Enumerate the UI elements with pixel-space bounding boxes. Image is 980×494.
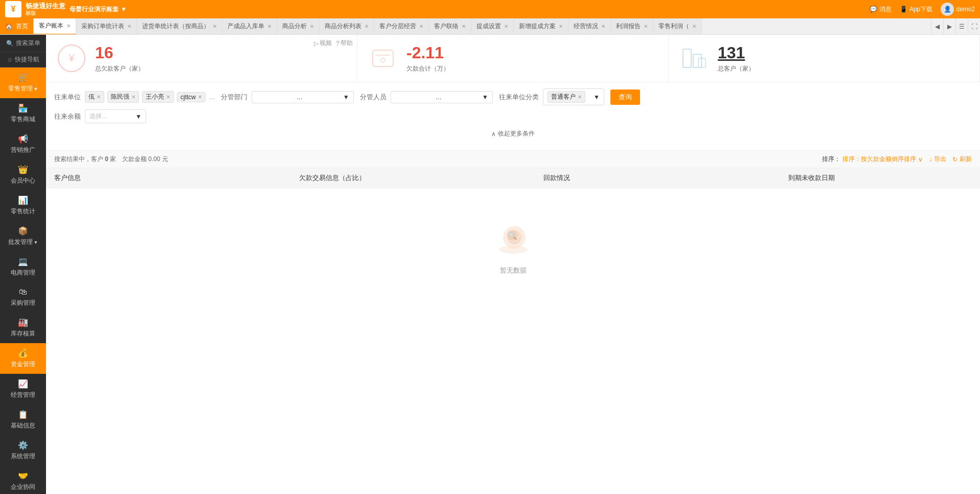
- tab-profit-report-close[interactable]: ✕: [644, 24, 648, 29]
- export-btn[interactable]: ↓ 导出: [929, 155, 946, 164]
- sidebar-item-wholesale-mgmt[interactable]: 📦 批发管理 ▼: [0, 221, 46, 252]
- message-label: 消息: [879, 5, 892, 14]
- filter-tag-unit-wa-close[interactable]: ✕: [97, 94, 101, 100]
- filter-dept-select[interactable]: … ▼: [252, 91, 354, 103]
- sidebar-enterprise-collab-icon: 🤝: [18, 471, 28, 481]
- tab-stock-stat[interactable]: 进货单统计表（按商品） ✕: [137, 18, 222, 35]
- tab-menu[interactable]: ☰: [955, 18, 968, 35]
- tab-business-status-close[interactable]: ✕: [601, 24, 605, 29]
- filter-tag-unit-wang[interactable]: 王小亮 ✕: [142, 91, 174, 103]
- filter-person-more[interactable]: …: [436, 94, 442, 101]
- sidebar-search[interactable]: 🔍 搜索菜单: [0, 35, 46, 52]
- tab-retail-profit-close[interactable]: ✕: [692, 24, 696, 29]
- tab-scroll-right[interactable]: ▶: [943, 18, 955, 35]
- query-button[interactable]: 查询: [610, 89, 640, 105]
- message-btn[interactable]: 💬 消息: [870, 5, 892, 14]
- stat-label-credit-customers: 总欠款客户（家）: [95, 64, 144, 73]
- tab-product-analysis-close[interactable]: ✕: [310, 24, 314, 29]
- filter-dept-more[interactable]: …: [297, 94, 303, 101]
- tab-raise-settings-close[interactable]: ✕: [504, 24, 508, 29]
- tab-scroll-left[interactable]: ◀: [931, 18, 943, 35]
- sidebar-retail-stats-label: 零售统计: [11, 207, 35, 216]
- app-download-label: App下载: [909, 5, 932, 14]
- sidebar-item-basics[interactable]: 📋 基础信息: [0, 405, 46, 435]
- tab-new-raise[interactable]: 新增提成方案 ✕: [514, 18, 568, 35]
- star-icon: ☆: [7, 56, 13, 63]
- filter-tag-category-normal-close[interactable]: ✕: [578, 94, 582, 100]
- sidebar-item-enterprise-collab[interactable]: 🤝 企业协同: [0, 466, 46, 494]
- filter-person-select[interactable]: … ▼: [391, 91, 493, 103]
- sidebar-item-system[interactable]: ⚙️ 系统管理: [0, 435, 46, 466]
- tab-product-analysis-list-close[interactable]: ✕: [364, 24, 369, 29]
- tab-customer-contact[interactable]: 客户联络 ✕: [429, 18, 471, 35]
- filter-unit-category-arrow: ▼: [594, 94, 600, 101]
- tab-purchase-orders[interactable]: 采购订单统计表 ✕: [76, 18, 137, 35]
- sort-select[interactable]: 排序： 排序：按欠款金额倒序排序 ∨: [822, 155, 923, 164]
- tab-home[interactable]: 🏠 首页: [0, 18, 34, 35]
- sidebar-item-marketing[interactable]: 📢 营销推广: [0, 129, 46, 160]
- filter-tag-unit-chen[interactable]: 陈民强 ✕: [107, 91, 139, 103]
- tab-purchase-orders-close[interactable]: ✕: [127, 24, 131, 29]
- filter-tag-unit-wang-close[interactable]: ✕: [166, 94, 170, 100]
- collapse-button[interactable]: ∧ 收起更多条件: [485, 127, 541, 140]
- tab-retail-profit[interactable]: 零售利润（ ✕: [653, 18, 702, 35]
- sidebar-item-inventory[interactable]: 🏭 库存核算: [0, 312, 46, 343]
- tab-customer-segment[interactable]: 客户分层经营 ✕: [374, 18, 429, 35]
- sidebar-item-finance[interactable]: 💰 资金管理: [0, 343, 46, 374]
- user-menu[interactable]: 👤 demo2: [941, 3, 975, 16]
- filter-section-balance: 往来余额 选择... ▼: [54, 109, 146, 123]
- tab-customers-close[interactable]: ✕: [66, 23, 71, 29]
- filter-unit-more[interactable]: …: [209, 94, 215, 101]
- tab-customer-segment-close[interactable]: ✕: [419, 24, 423, 29]
- tab-customer-contact-close[interactable]: ✕: [462, 24, 466, 29]
- filter-unit-category-select[interactable]: 普通客户 ✕ ▼: [543, 88, 604, 105]
- main-layout: 🔍 搜索菜单 ☆ 快捷导航 🛒 零售管理 ▼ 🏪 零售商城 📢 营销推广 👑 会…: [0, 35, 980, 494]
- credit-customers-icon: ¥: [56, 43, 87, 74]
- table-col-credit: 欠款交易信息（占比）: [299, 173, 544, 183]
- sidebar-item-purchase-mgmt[interactable]: 🛍 采购管理: [0, 282, 46, 312]
- sidebar-quick-nav[interactable]: ☆ 快捷导航: [0, 52, 46, 68]
- filter-tag-category-normal[interactable]: 普通客户 ✕: [548, 91, 585, 103]
- filter-tag-unit-chen-close[interactable]: ✕: [131, 94, 135, 100]
- filter-unit-label: 往来单位: [54, 93, 81, 102]
- table-col-customer: 客户信息: [54, 173, 299, 183]
- sidebar-item-retail-mall[interactable]: 🏪 零售商城: [0, 98, 46, 129]
- stat-card-video-help: ▷ 视频 ? 帮助: [314, 39, 353, 48]
- filter-balance-select[interactable]: 选择... ▼: [85, 109, 146, 123]
- workspace-selector[interactable]: 母婴行业演示账套 ▼: [70, 5, 127, 14]
- sidebar: 🔍 搜索菜单 ☆ 快捷导航 🛒 零售管理 ▼ 🏪 零售商城 📢 营销推广 👑 会…: [0, 35, 46, 494]
- sidebar-item-operations[interactable]: 📈 经营管理: [0, 374, 46, 405]
- tab-product-analysis-list[interactable]: 商品分析列表 ✕: [320, 18, 374, 35]
- filter-tag-unit-wa[interactable]: 佤 ✕: [85, 91, 104, 103]
- filter-tag-unit-cjttcw[interactable]: cjttcw ✕: [177, 92, 206, 102]
- sidebar-system-icon: ⚙️: [18, 440, 28, 450]
- tab-production-in[interactable]: 产成品入库单 ✕: [222, 18, 277, 35]
- sidebar-finance-icon: 💰: [18, 348, 28, 358]
- tab-fullscreen[interactable]: ⛶: [968, 18, 980, 35]
- app-download-btn[interactable]: 📱 App下载: [900, 5, 932, 14]
- sidebar-item-ecommerce[interactable]: 💻 电商管理: [0, 252, 46, 282]
- filter-balance-placeholder: 选择...: [89, 112, 107, 121]
- tab-new-raise-close[interactable]: ✕: [559, 24, 563, 29]
- tab-customers[interactable]: 客户账本 ✕: [34, 18, 76, 35]
- sidebar-item-retail-stats[interactable]: 📊 零售统计: [0, 190, 46, 221]
- tab-profit-report[interactable]: 利润报告 ✕: [611, 18, 653, 35]
- tab-raise-settings[interactable]: 提成设置 ✕: [471, 18, 514, 35]
- stat-value-credit-amount: -2.11: [406, 43, 449, 62]
- sidebar-membership-icon: 👑: [18, 165, 28, 174]
- tab-customer-segment-label: 客户分层经营: [379, 22, 416, 31]
- filter-tag-unit-cjttcw-close[interactable]: ✕: [198, 94, 202, 100]
- tab-stock-stat-close[interactable]: ✕: [213, 24, 217, 29]
- tab-business-status[interactable]: 经营情况 ✕: [568, 18, 611, 35]
- filter-unit-tags: 佤 ✕ 陈民强 ✕ 王小亮 ✕ cjttcw ✕: [85, 91, 215, 103]
- header-left: ¥ 畅捷通好生意 标版 母婴行业演示账套 ▼: [5, 1, 127, 17]
- tab-production-in-close[interactable]: ✕: [267, 24, 271, 29]
- video-btn[interactable]: ▷ 视频: [314, 39, 332, 48]
- help-btn[interactable]: ? 帮助: [336, 39, 353, 48]
- refresh-btn[interactable]: ↻ 刷新: [952, 155, 972, 164]
- sidebar-item-membership[interactable]: 👑 会员中心: [0, 160, 46, 190]
- tab-product-analysis[interactable]: 商品分析 ✕: [277, 18, 320, 35]
- sidebar-item-retail-mgmt[interactable]: 🛒 零售管理 ▼: [0, 68, 46, 98]
- tab-purchase-orders-label: 采购订单统计表: [81, 22, 124, 31]
- top-header: ¥ 畅捷通好生意 标版 母婴行业演示账套 ▼ 💬 消息 📱 App下载 👤 de…: [0, 0, 980, 18]
